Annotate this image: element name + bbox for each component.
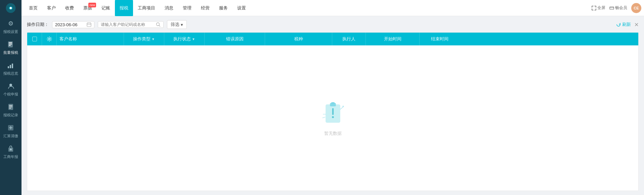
th-end-time: 结束时间: [420, 33, 460, 45]
nav-item-piaoju[interactable]: 票据 new: [79, 0, 97, 16]
refresh-icon: [616, 22, 621, 27]
th-client-name: 客户名称: [57, 33, 124, 45]
nav-item-kehu[interactable]: 客户: [42, 0, 60, 16]
nav-item-jizhang[interactable]: 记账: [97, 0, 115, 16]
table-container: 客户名称 操作类型 ▼ 执行状态 ▼ 错误原因 税种 执行人: [27, 32, 639, 191]
sidebar-item-piliangshuishui[interactable]: 批量报税: [0, 37, 22, 58]
svg-rect-13: [9, 108, 11, 109]
baoshuishezhi-icon: ⚙: [6, 19, 15, 28]
sidebar-item-baoshuijilu[interactable]: 报税记录: [0, 100, 22, 120]
th-settings[interactable]: [42, 33, 57, 45]
svg-rect-3: [9, 42, 12, 43]
baoshuijilu-icon: [6, 102, 15, 112]
settings-icon: [47, 36, 52, 42]
empty-text: 暂无数据: [324, 130, 342, 136]
sidebar-logo: [0, 0, 22, 16]
sidebar-item-huisuanjiesuan[interactable]: 汇算清缴: [0, 120, 22, 141]
huisuanjiesuan-icon: [6, 123, 15, 132]
svg-rect-24: [332, 108, 333, 115]
svg-rect-18: [87, 23, 91, 27]
geshuishenbao-icon: [6, 81, 15, 91]
header-checkbox[interactable]: [32, 37, 37, 41]
sidebar-item-baoshuishezhi[interactable]: ⚙ 报税设置: [0, 16, 22, 37]
refresh-button[interactable]: 刷新: [616, 22, 631, 28]
member-icon: [609, 6, 614, 10]
svg-rect-17: [610, 7, 614, 9]
nav-item-shezhi[interactable]: 设置: [232, 0, 251, 16]
svg-rect-7: [10, 65, 11, 68]
nav-item-guanli[interactable]: 管理: [178, 0, 196, 16]
sidebar-item-gongshangnianban[interactable]: 工商年报: [0, 141, 22, 162]
nav-item-gongshangxiangmu[interactable]: 工商项目: [133, 0, 160, 16]
svg-point-1: [10, 7, 12, 9]
svg-rect-11: [9, 105, 12, 106]
svg-rect-23: [331, 102, 334, 104]
nav-item-shouye[interactable]: 首页: [24, 0, 42, 16]
sort-icon-optype: ▼: [152, 37, 155, 41]
date-label: 操作日期：: [27, 22, 49, 28]
search-wrap: [98, 21, 164, 28]
svg-rect-12: [9, 107, 12, 107]
nav-item-xiaoxi[interactable]: 消息: [160, 0, 178, 16]
piliangshuishui-icon: [6, 40, 15, 49]
th-tax-type: 税种: [265, 33, 332, 45]
empty-state: 暂无数据: [27, 45, 638, 191]
th-start-time: 开始时间: [366, 33, 420, 45]
sort-icon-execstatus: ▼: [192, 37, 195, 41]
date-input-wrap: [52, 21, 94, 28]
main-area: 首页 客户 收费 票据 new 记账 报税 工商项目 消息: [22, 0, 644, 195]
sidebar-item-baoshuizonglan[interactable]: 报税总览: [0, 58, 22, 79]
content-area: 操作日期： 筛选 ▾: [22, 16, 644, 195]
filter-button[interactable]: 筛选 ▾: [167, 20, 187, 29]
sidebar: ⚙ 报税设置 批量报税 报税总览: [0, 0, 22, 195]
svg-line-27: [340, 107, 343, 109]
nav-item-baoshui[interactable]: 报税: [115, 0, 133, 16]
th-checkbox[interactable]: [27, 33, 42, 45]
svg-rect-16: [10, 149, 12, 150]
baoshuizonglan-icon: [6, 61, 15, 70]
search-input[interactable]: [101, 22, 155, 27]
topnav-items: 首页 客户 收费 票据 new 记账 报税 工商项目 消息: [24, 0, 592, 16]
search-icon: [156, 22, 161, 27]
sidebar-item-geshuishenbao[interactable]: 个税申报: [0, 79, 22, 100]
th-op-type[interactable]: 操作类型 ▼: [124, 33, 164, 45]
table-header: 客户名称 操作类型 ▼ 执行状态 ▼ 错误原因 税种 执行人: [27, 33, 638, 45]
svg-rect-4: [9, 44, 12, 44]
svg-point-9: [9, 84, 12, 86]
svg-rect-8: [12, 64, 13, 68]
calendar-icon: [87, 22, 91, 27]
fullscreen-icon: [592, 6, 596, 10]
topnav: 首页 客户 收费 票据 new 记账 报税 工商项目 消息: [22, 0, 644, 16]
new-badge: new: [88, 3, 96, 7]
gongshangnianban-icon: [6, 144, 15, 153]
fullscreen-button[interactable]: 全屏: [592, 5, 605, 11]
avatar[interactable]: CE: [631, 3, 641, 13]
svg-rect-6: [8, 66, 9, 68]
close-button[interactable]: ✕: [634, 22, 639, 28]
svg-point-28: [342, 106, 344, 107]
th-error-reason: 错误原因: [205, 33, 265, 45]
svg-point-20: [48, 38, 50, 40]
chevron-down-icon: ▾: [181, 22, 183, 27]
date-input[interactable]: [55, 22, 85, 27]
svg-rect-5: [9, 45, 11, 46]
nav-item-jingying[interactable]: 经营: [196, 0, 214, 16]
svg-point-25: [332, 116, 334, 118]
topnav-right: 全屏 畅会员 CE: [592, 3, 641, 13]
empty-illustration: [319, 100, 346, 126]
th-executor: 执行人: [332, 33, 366, 45]
toolbar: 操作日期： 筛选 ▾: [27, 20, 639, 29]
member-button[interactable]: 畅会员: [609, 5, 627, 11]
nav-item-fuwu[interactable]: 服务: [214, 0, 232, 16]
nav-item-shoufei[interactable]: 收费: [60, 0, 79, 16]
svg-line-29: [323, 117, 325, 118]
th-exec-status[interactable]: 执行状态 ▼: [164, 33, 205, 45]
